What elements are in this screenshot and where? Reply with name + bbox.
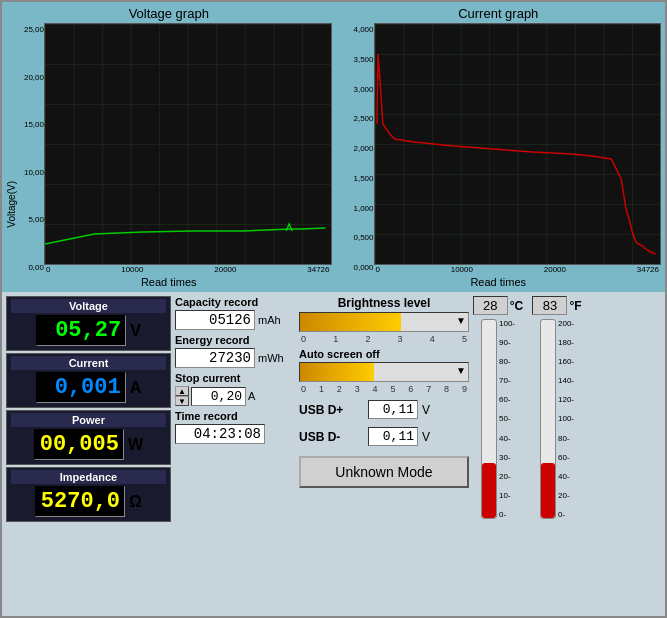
auto-screen-fill — [300, 363, 374, 381]
usb-dplus-unit: V — [422, 403, 430, 417]
power-value-row: 00,005 W — [34, 427, 143, 462]
celsius-value: 28 — [473, 296, 508, 315]
energy-value-row: mWh — [175, 348, 295, 368]
left-panel: Voltage 05,27 V Current 0,001 A Power 00… — [6, 296, 171, 612]
stop-current-block: Stop current ▲ ▼ A — [175, 372, 295, 406]
current-graph-title: Current graph — [458, 6, 538, 21]
usb-dplus-row: USB D+ V — [299, 400, 469, 419]
stop-current-up-btn[interactable]: ▲ — [175, 386, 189, 396]
stop-current-label: Stop current — [175, 372, 295, 384]
stop-current-down-btn[interactable]: ▼ — [175, 396, 189, 406]
middle-panel: Capacity record mAh Energy record mWh St… — [175, 296, 295, 612]
current-graph-area — [374, 23, 662, 265]
right-middle-panel: Brightness level ▼ 0 1 2 3 4 5 Auto scre… — [299, 296, 469, 612]
time-label: Time record — [175, 410, 295, 422]
auto-screen-slider[interactable]: ▼ — [299, 362, 469, 382]
brightness-fill — [300, 313, 401, 331]
fahrenheit-unit: °F — [569, 299, 581, 313]
celsius-unit: °C — [510, 299, 523, 313]
graphs-section: Voltage graph 25,00 20,00 15,00 10,00 5,… — [2, 2, 665, 292]
voltage-value-row: 05,27 V — [36, 313, 141, 348]
celsius-thermo-display: 100- 90- 80- 70- 60- 50- 40- 30- 20- 10-… — [481, 319, 515, 519]
usb-dminus-unit: V — [422, 430, 430, 444]
usb-dminus-label: USB D- — [299, 430, 364, 444]
current-unit: A — [130, 379, 142, 397]
power-value: 00,005 — [34, 429, 124, 460]
brightness-block: Brightness level ▼ 0 1 2 3 4 5 — [299, 296, 469, 344]
stop-spinner-buttons: ▲ ▼ — [175, 386, 189, 406]
capacity-value-row: mAh — [175, 310, 295, 330]
brightness-dropdown-icon: ▼ — [456, 315, 466, 326]
fahrenheit-thermo: 83 °F 200- 180- 160- 140- 120- 100- 80- — [527, 296, 587, 519]
capacity-label: Capacity record — [175, 296, 295, 308]
brightness-slider[interactable]: ▼ — [299, 312, 469, 332]
fahrenheit-tube — [540, 319, 556, 519]
usb-dminus-row: USB D- V — [299, 427, 469, 446]
energy-record-block: Energy record mWh — [175, 334, 295, 368]
usb-dplus-input[interactable] — [368, 400, 418, 419]
thermo-panel: 28 °C 100- 90- 80- 70- 60- 50- 40- — [473, 296, 587, 612]
current-xlabel: Read times — [470, 276, 526, 288]
voltage-label: Voltage — [11, 299, 166, 313]
fahrenheit-thermo-display: 200- 180- 160- 140- 120- 100- 80- 60- 40… — [540, 319, 574, 519]
fahrenheit-value: 83 — [532, 296, 567, 315]
voltage-xlabel: Read times — [141, 276, 197, 288]
time-input[interactable] — [175, 424, 265, 444]
current-value-row: 0,001 A — [36, 370, 142, 405]
impedance-label: Impedance — [11, 470, 166, 484]
auto-screen-block: Auto screen off ▼ 0 1 2 3 4 5 6 7 8 9 — [299, 348, 469, 394]
current-block: Current 0,001 A — [6, 353, 171, 408]
svg-rect-3 — [375, 24, 661, 264]
power-label: Power — [11, 413, 166, 427]
impedance-block: Impedance 5270,0 Ω — [6, 467, 171, 522]
energy-unit: mWh — [258, 352, 284, 364]
power-unit: W — [128, 436, 143, 454]
energy-input[interactable] — [175, 348, 255, 368]
auto-screen-label: Auto screen off — [299, 348, 469, 360]
voltage-value: 05,27 — [36, 315, 126, 346]
capacity-input[interactable] — [175, 310, 255, 330]
voltage-graph-area — [44, 23, 332, 265]
celsius-header: 28 °C — [473, 296, 523, 315]
celsius-tube — [481, 319, 497, 519]
current-label: Current — [11, 356, 166, 370]
time-record-block: Time record — [175, 410, 295, 444]
controls-section: Voltage 05,27 V Current 0,001 A Power 00… — [2, 292, 665, 616]
fahrenheit-fill — [541, 463, 555, 518]
impedance-unit: Ω — [129, 493, 142, 511]
auto-screen-ticks: 0 1 2 3 4 5 6 7 8 9 — [299, 384, 469, 394]
fahrenheit-header: 83 °F — [532, 296, 581, 315]
voltage-block: Voltage 05,27 V — [6, 296, 171, 351]
stop-spinner: ▲ ▼ A — [175, 386, 295, 406]
celsius-thermo: 28 °C 100- 90- 80- 70- 60- 50- 40- — [473, 296, 523, 519]
celsius-scale: 100- 90- 80- 70- 60- 50- 40- 30- 20- 10-… — [497, 319, 515, 519]
stop-current-unit: A — [248, 390, 255, 402]
celsius-fill — [482, 463, 496, 518]
voltage-unit: V — [130, 322, 141, 340]
time-value-row — [175, 424, 295, 444]
usb-dminus-input[interactable] — [368, 427, 418, 446]
unknown-mode-button[interactable]: Unknown Mode — [299, 456, 469, 488]
brightness-label: Brightness level — [299, 296, 469, 310]
main-container: Voltage graph 25,00 20,00 15,00 10,00 5,… — [0, 0, 667, 618]
voltage-graph-title: Voltage graph — [129, 6, 209, 21]
power-block: Power 00,005 W — [6, 410, 171, 465]
capacity-unit: mAh — [258, 314, 281, 326]
auto-screen-dropdown-icon: ▼ — [456, 365, 466, 376]
capacity-record-block: Capacity record mAh — [175, 296, 295, 330]
current-value: 0,001 — [36, 372, 126, 403]
voltage-graph-container: Voltage graph 25,00 20,00 15,00 10,00 5,… — [6, 6, 332, 288]
impedance-value-row: 5270,0 Ω — [35, 484, 142, 519]
current-graph-container: Current graph 4,000 3,500 3,000 2,500 2,… — [336, 6, 662, 288]
brightness-ticks: 0 1 2 3 4 5 — [299, 334, 469, 344]
fahrenheit-scale: 200- 180- 160- 140- 120- 100- 80- 60- 40… — [556, 319, 574, 519]
voltage-ylabel: Voltage(V) — [6, 181, 17, 228]
impedance-value: 5270,0 — [35, 486, 125, 517]
stop-current-input[interactable] — [191, 387, 246, 406]
usb-dplus-label: USB D+ — [299, 403, 364, 417]
energy-label: Energy record — [175, 334, 295, 346]
